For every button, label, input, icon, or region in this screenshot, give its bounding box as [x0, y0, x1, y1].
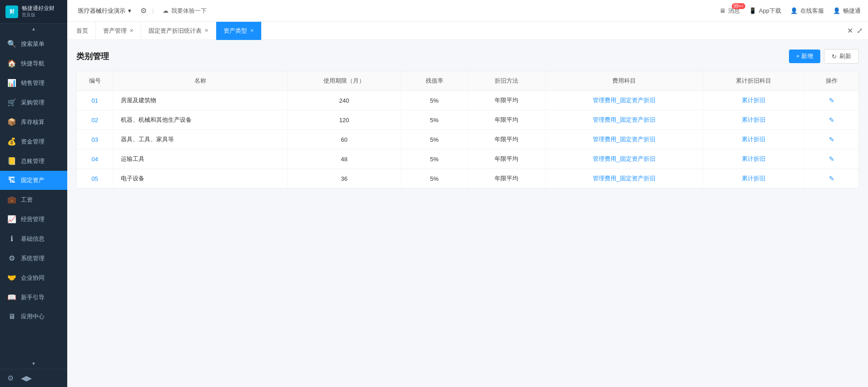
table-cell[interactable]: ✎ [804, 110, 858, 130]
tabs-bar: 首页资产管理✕固定资产折旧统计表✕资产类型✕ ✕ ⤢ [67, 22, 868, 40]
experience-button[interactable]: ☁ 我要体验一下 [159, 5, 210, 17]
sidebar-item-quick-nav[interactable]: 🏠快捷导航 [0, 54, 67, 73]
table-cell[interactable]: 05 [77, 169, 113, 189]
table-cell[interactable]: 累计折旧 [702, 169, 804, 189]
table-cell: 60 [287, 130, 401, 149]
sidebar-item-ledger[interactable]: 📒总账管理 [0, 151, 67, 171]
table-cell[interactable]: 累计折旧 [702, 91, 804, 110]
sidebar-item-search[interactable]: 🔍搜索菜单 [0, 34, 67, 54]
new-button[interactable]: + 新增 [789, 50, 820, 63]
menu-icon: 🏗 [7, 176, 16, 184]
experience-label: 我要体验一下 [171, 7, 207, 15]
settings-icon[interactable]: ⚙ [7, 374, 14, 382]
sidebar-item-salary[interactable]: 💼工资 [0, 190, 67, 209]
notification-badge: 99++ [732, 3, 745, 9]
table-row: 04运输工具485%年限平均管理费用_固定资产折旧累计折旧✎ [77, 149, 858, 169]
user-info[interactable]: 👤 畅捷通 [833, 7, 861, 15]
sidebar-item-purchase[interactable]: 🛒采购管理 [0, 93, 67, 112]
sidebar-item-collab[interactable]: 🤝企业协同 [0, 268, 67, 288]
menu-icon: 📊 [7, 79, 16, 87]
tab-asset-mgmt[interactable]: 资产管理✕ [96, 22, 141, 40]
table-cell[interactable]: ✎ [804, 130, 858, 149]
table-row: 01房屋及建筑物2405%年限平均管理费用_固定资产折旧累计折旧✎ [77, 91, 858, 110]
table-cell[interactable]: 管理费用_固定资产折旧 [546, 91, 702, 110]
module-selector[interactable]: 医疗器械行业演示 ▾ [74, 5, 135, 17]
tab-close-icon[interactable]: ✕ [204, 28, 208, 34]
app-download[interactable]: 📱 App下载 [749, 7, 781, 15]
page-content: 类别管理 + 新增 ↻ 刷新 编号名称使用期限（月）残值率折旧方法费用科目累计折… [67, 40, 868, 387]
sidebar-item-guide[interactable]: 📖新手引导 [0, 288, 67, 307]
menu-icon: ⚙ [7, 254, 16, 263]
sidebar-item-fixed-assets[interactable]: 🏗固定资产 [0, 171, 67, 190]
table-cell[interactable]: ✎ [804, 169, 858, 189]
sidebar-item-operations[interactable]: 📈经营管理 [0, 209, 67, 229]
menu-icon: 📒 [7, 157, 16, 165]
table-cell[interactable]: 累计折旧 [702, 110, 804, 130]
column-header: 残值率 [401, 71, 467, 91]
online-service[interactable]: 👤 在线客服 [790, 7, 824, 15]
table-cell: 120 [287, 110, 401, 130]
refresh-button[interactable]: ↻ 刷新 [824, 49, 859, 64]
table-cell[interactable]: 管理费用_固定资产折旧 [546, 130, 702, 149]
table-cell: 年限平均 [467, 91, 546, 110]
scroll-up[interactable]: ▲ [0, 24, 67, 34]
logo-badge: 普及版 [22, 12, 55, 18]
window-controls: ✕ ⤢ [842, 26, 868, 35]
table-cell[interactable]: 管理费用_固定资产折旧 [546, 169, 702, 189]
refresh-icon: ↻ [832, 53, 837, 60]
tab-label: 资产管理 [103, 27, 127, 35]
menu-icon: 📖 [7, 293, 16, 302]
tab-home[interactable]: 首页 [67, 22, 96, 40]
table-cell: 年限平均 [467, 149, 546, 169]
service-icon: 👤 [790, 7, 798, 14]
sidebar-item-capital[interactable]: 💰资金管理 [0, 132, 67, 151]
table-cell[interactable]: 累计折旧 [702, 149, 804, 169]
column-header: 使用期限（月） [287, 71, 401, 91]
user-label: 畅捷通 [843, 7, 861, 15]
scroll-down-icon[interactable]: ▼ [30, 360, 37, 367]
menu-icon: 🖥 [7, 313, 16, 321]
table-cell[interactable]: 03 [77, 130, 113, 149]
sidebar-item-label: 总账管理 [21, 157, 45, 165]
column-header: 费用科目 [546, 71, 702, 91]
close-window-icon[interactable]: ✕ [847, 26, 853, 35]
table-cell: 年限平均 [467, 130, 546, 149]
notifications[interactable]: 🖥 消息 99++ [719, 7, 740, 15]
logo-icon: 财 [5, 5, 18, 18]
online-service-label: 在线客服 [800, 7, 824, 15]
tab-depreciation-table[interactable]: 固定资产折旧统计表✕ [141, 22, 216, 40]
table-cell[interactable]: 管理费用_固定资产折旧 [546, 110, 702, 130]
sidebar-item-label: 应用中心 [21, 313, 45, 321]
table-cell[interactable]: 01 [77, 91, 113, 110]
topbar: 医疗器械行业演示 ▾ ⚙ | ☁ 我要体验一下 🖥 消息 99++ 📱 App下… [67, 0, 868, 22]
table-cell: 年限平均 [467, 169, 546, 189]
table-cell[interactable]: ✎ [804, 149, 858, 169]
sidebar-item-inventory[interactable]: 📦库存核算 [0, 112, 67, 132]
sidebar: 财 畅捷通好业财 普及版 ▲ 🔍搜索菜单🏠快捷导航📊销售管理🛒采购管理📦库存核算… [0, 0, 67, 387]
page-title: 类别管理 [76, 51, 109, 62]
sidebar-item-sales[interactable]: 📊销售管理 [0, 73, 67, 93]
notification-icon: 🖥 [719, 7, 725, 14]
collapse-icon[interactable]: ◀▶ [21, 374, 32, 382]
column-header: 累计折旧科目 [702, 71, 804, 91]
sidebar-item-basic-info[interactable]: ℹ基础信息 [0, 229, 67, 248]
scroll-down[interactable]: ▼ [0, 358, 67, 369]
sidebar-item-app-center[interactable]: 🖥应用中心 [0, 307, 67, 326]
table-cell[interactable]: 累计折旧 [702, 130, 804, 149]
tab-close-icon[interactable]: ✕ [250, 28, 254, 34]
sidebar-bottom: ⚙ ◀▶ [0, 369, 67, 387]
scroll-up-icon[interactable]: ▲ [30, 25, 37, 32]
column-header: 名称 [113, 71, 287, 91]
table-cell[interactable]: 管理费用_固定资产折旧 [546, 149, 702, 169]
page-header: 类别管理 + 新增 ↻ 刷新 [76, 49, 859, 64]
table-cell[interactable]: ✎ [804, 91, 858, 110]
settings-icon[interactable]: ⚙ [140, 6, 147, 15]
tab-asset-type[interactable]: 资产类型✕ [216, 22, 262, 40]
table-cell[interactable]: 02 [77, 110, 113, 130]
data-table: 编号名称使用期限（月）残值率折旧方法费用科目累计折旧科目操作 01房屋及建筑物2… [76, 71, 859, 189]
table-cell[interactable]: 04 [77, 149, 113, 169]
menu-icon: 🏠 [7, 59, 16, 68]
tab-close-icon[interactable]: ✕ [129, 28, 134, 34]
expand-window-icon[interactable]: ⤢ [857, 26, 863, 35]
sidebar-item-system[interactable]: ⚙系统管理 [0, 248, 67, 268]
